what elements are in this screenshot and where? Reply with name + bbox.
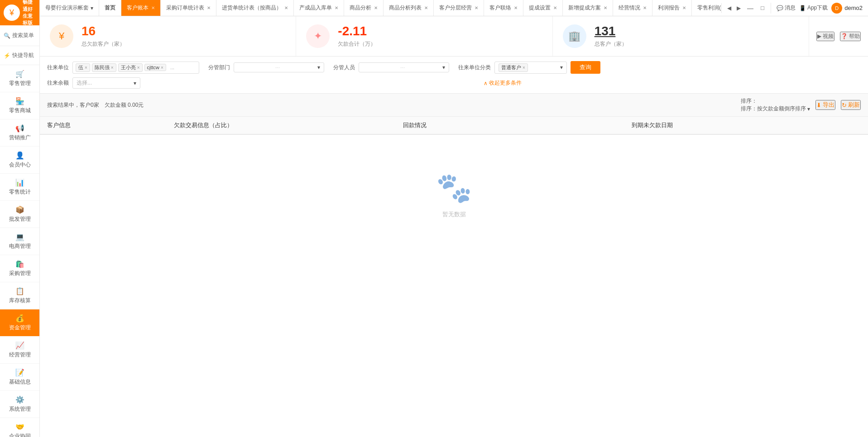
topnav-tab-customer-account[interactable]: 客户账本✕ — [121, 0, 161, 16]
maximize-button[interactable]: □ — [758, 3, 767, 13]
sidebar-item-marketing[interactable]: 📢 营销推广 — [0, 119, 39, 147]
sidebar-item-member-center[interactable]: 👤 会员中心 — [0, 147, 39, 174]
refresh-icon: ↻ — [842, 102, 847, 109]
quick-nav-button[interactable]: ⚡ 快捷导航 — [4, 50, 36, 61]
topnav-tab-operation-status[interactable]: 经营情况✕ — [613, 0, 652, 16]
sort-label: 排序： 排序：按欠款金额倒序排序 ▾ — [741, 97, 810, 113]
table-toolbar: 搜索结果中，客户0家 欠款金额 0.00元 排序： 排序：按欠款金额倒序排序 ▾… — [40, 94, 868, 117]
tab-close-goods-inbound-stats[interactable]: ✕ — [284, 5, 288, 10]
export-button[interactable]: ⬇ 导出 — [815, 100, 835, 110]
sidebar-item-retail-mgmt[interactable]: 🛒 零售管理 — [0, 65, 39, 92]
video-help-button[interactable]: ▶ 视频 — [816, 32, 834, 41]
sidebar-logo[interactable]: ¥ 畅捷通好生意 标版 — [0, 0, 39, 25]
tab-close-customer-contact[interactable]: ✕ — [514, 5, 518, 10]
query-button[interactable]: 查询 — [571, 61, 600, 74]
refresh-button[interactable]: ↻ 刷新 — [841, 100, 861, 110]
topnav-tab-purchase-order-stats[interactable]: 采购订单统计表✕ — [161, 0, 216, 16]
person-dropdown-arrow: ▾ — [442, 64, 445, 71]
topnav-tab-customer-contact[interactable]: 客户联络✕ — [484, 0, 523, 16]
unit-tag-chen: 陈民强 × — [92, 63, 116, 72]
sidebar-item-retail-mall[interactable]: 🏪 零售商城 — [0, 92, 39, 119]
col-repayment: 回款情况 — [403, 121, 632, 129]
topnav-tab-goods-inbound-stats[interactable]: 进货单统计表（按商品）✕ — [216, 0, 294, 16]
collapse-button[interactable]: ∧ 收起更多条件 — [484, 79, 522, 87]
topnav-tab-add-tips-plan[interactable]: 新增提成方案✕ — [563, 0, 613, 16]
stat-credit-info: 16 总欠款客户（家） — [82, 24, 125, 48]
tab-label-tips-settings: 提成设置 — [529, 4, 551, 12]
tab-close-goods-analysis[interactable]: ✕ — [374, 5, 378, 10]
sidebar-icon-inventory: 📋 — [15, 287, 24, 295]
topnav-tab-goods-analysis[interactable]: 商品分析✕ — [344, 0, 384, 16]
tab-close-tips-settings[interactable]: ✕ — [553, 5, 557, 10]
sidebar-item-purchase[interactable]: 🛍️ 采购管理 — [0, 255, 39, 282]
category-tag-normal: 普通客户 × — [499, 63, 528, 72]
sidebar-item-batch-mgmt[interactable]: 📦 批发管理 — [0, 201, 39, 228]
unit-tag-wu-close[interactable]: × — [85, 65, 87, 70]
topnav-actions: ◀ ▶ — □ — [721, 3, 771, 13]
sidebar-icon-retail-mgmt: 🛒 — [15, 70, 24, 78]
credit-amount-label: 欠款金额 0.00元 — [105, 101, 144, 109]
unit-category-select[interactable]: 普通客户 × ▾ — [494, 62, 567, 74]
sidebar-label-enterprise: 企业协同 — [9, 432, 31, 437]
search-icon: 🔍 — [4, 33, 10, 39]
tab-label-purchase-order-stats: 采购订单统计表 — [166, 4, 204, 12]
credit-amount-number: -2.11 — [338, 24, 376, 38]
tab-close-operation-status[interactable]: ✕ — [643, 5, 647, 10]
logo-text: 畅捷通好生意 标版 — [23, 0, 36, 27]
dept-select[interactable]: ··· ▾ — [234, 62, 324, 72]
balance-select[interactable]: 选择... ▾ — [72, 77, 140, 89]
sidebar-search-section: 🔍 搜索菜单 — [0, 25, 39, 46]
topnav-tab-tips-settings[interactable]: 提成设置✕ — [523, 0, 563, 16]
tab-close-profit-report[interactable]: ✕ — [682, 5, 686, 10]
sidebar-item-system[interactable]: ⚙️ 系统管理 — [0, 391, 39, 418]
sidebar-icon-ecommerce: 💻 — [15, 233, 24, 241]
person-select[interactable]: ··· ▾ — [359, 62, 449, 72]
play-icon: ▶ — [817, 33, 821, 39]
unit-tag-cjttcw-close[interactable]: × — [161, 65, 163, 70]
sidebar-item-ecommerce[interactable]: 💻 电商管理 — [0, 228, 39, 255]
category-tag-close[interactable]: × — [523, 65, 525, 70]
workspace-dropdown[interactable]: 母婴行业演示帐套 ▾ — [40, 0, 99, 16]
sidebar-icon-batch-mgmt: 📦 — [15, 205, 24, 214]
topnav-tab-goods-analysis-list[interactable]: 商品分析列表✕ — [384, 0, 434, 16]
tab-close-customer-account[interactable]: ✕ — [151, 5, 155, 10]
tab-next-button[interactable]: ▶ — [735, 4, 743, 13]
sidebar-label-inventory: 库存核算 — [9, 297, 31, 304]
message-button[interactable]: 💬 消息 — [777, 4, 796, 12]
stat-credit-amount: ✦ -2.11 欠款合计（万） — [296, 16, 552, 56]
search-menu-button[interactable]: 🔍 搜索菜单 — [4, 30, 36, 41]
credit-icon: ¥ — [50, 24, 73, 48]
topnav-tab-product-inbound[interactable]: 产成品入库单✕ — [294, 0, 344, 16]
tab-label-profit-report: 利润报告 — [658, 4, 680, 12]
tab-close-add-tips-plan[interactable]: ✕ — [604, 5, 607, 10]
filter-area: 往来单位 伍 × 陈民强 × 王小亮 × cjttcw × ... — [40, 57, 868, 94]
topnav: 母婴行业演示帐套 ▾ 首页客户账本✕采购订单统计表✕进货单统计表（按商品）✕产成… — [40, 0, 868, 16]
tab-close-customer-tier[interactable]: ✕ — [475, 5, 478, 10]
sort-select-button[interactable]: 排序：按欠款金额倒序排序 ▾ — [741, 105, 810, 113]
sidebar-item-operation[interactable]: 📈 经营管理 — [0, 337, 39, 364]
avatar: D — [831, 3, 842, 14]
sidebar-icon-operation: 📈 — [15, 341, 24, 350]
unit-tag-wang-close[interactable]: × — [137, 65, 140, 70]
topnav-tab-retail-profit[interactable]: 零售利润(✕ — [692, 0, 721, 16]
user-profile[interactable]: D demo2 — [831, 3, 863, 14]
app-download-button[interactable]: 📱 App下载 — [799, 4, 828, 12]
sidebar-item-inventory[interactable]: 📋 库存核算 — [0, 282, 39, 309]
help-button[interactable]: ❓ 帮助 — [840, 32, 861, 41]
sidebar-item-basic-info[interactable]: 📝 基础信息 — [0, 364, 39, 391]
sidebar-item-finance[interactable]: 💰 资金管理 — [0, 309, 39, 337]
unit-tag-more[interactable]: ... — [168, 64, 177, 71]
tab-close-purchase-order-stats[interactable]: ✕ — [207, 5, 211, 10]
unit-tag-chen-close[interactable]: × — [111, 65, 114, 70]
topnav-tab-profit-report[interactable]: 利润报告✕ — [652, 0, 692, 16]
topnav-tab-customer-tier[interactable]: 客户分层经营✕ — [434, 0, 484, 16]
tab-close-goods-analysis-list[interactable]: ✕ — [424, 5, 428, 10]
quick-nav-icon: ⚡ — [4, 52, 10, 59]
tab-prev-button[interactable]: ◀ — [725, 4, 733, 13]
unit-tags-input[interactable]: 伍 × 陈民强 × 王小亮 × cjttcw × ... — [72, 62, 199, 74]
topnav-tab-home[interactable]: 首页 — [99, 0, 121, 16]
tab-close-product-inbound[interactable]: ✕ — [335, 5, 338, 10]
sidebar-item-enterprise[interactable]: 🤝 企业协同 — [0, 418, 39, 437]
sidebar-item-retail-stats[interactable]: 📊 零售统计 — [0, 174, 39, 201]
minimize-button[interactable]: — — [744, 3, 756, 13]
